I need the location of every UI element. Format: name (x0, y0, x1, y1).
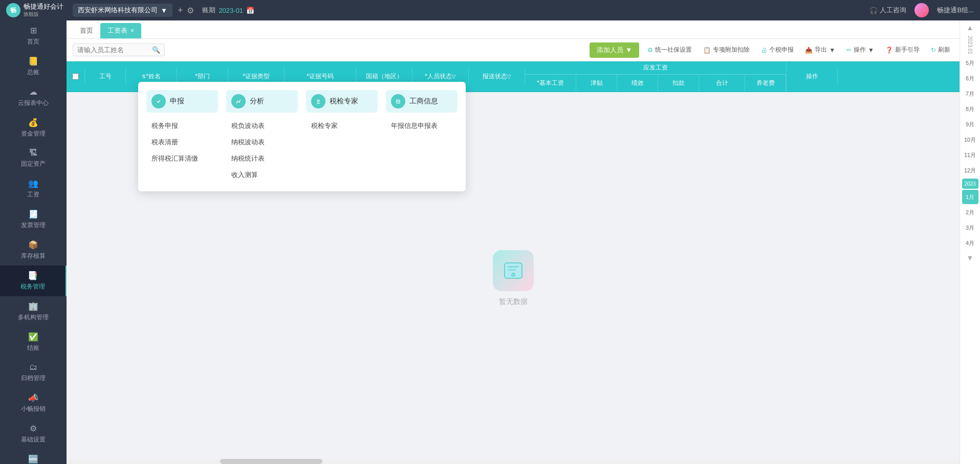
year-marker-2023[interactable]: 2023 (962, 179, 978, 189)
th-total: 合计 (699, 75, 745, 92)
sidebar-item-fixed-assets[interactable]: 🏗 固定资产 (0, 143, 67, 173)
sidebar-item-multi-org[interactable]: 🏢 多机构管理 (0, 296, 67, 327)
add-company-btn[interactable]: + (178, 5, 183, 16)
item-tax-filing[interactable]: 税务申报 (146, 118, 218, 134)
section-analysis-header: 分析 (226, 90, 298, 113)
period-area: 账期 2023-01 📅 (202, 6, 254, 15)
sidebar-label-fixed-assets: 固定资产 (21, 160, 46, 168)
sidebar-label-archive: 归档管理 (21, 374, 46, 383)
sidebar-item-basic-settings[interactable]: ⚙ 基础设置 (0, 418, 67, 449)
month-btn-5[interactable]: 5月 (962, 56, 978, 70)
guide-icon: ❓ (885, 47, 893, 54)
gear-icon[interactable]: ⚙ (187, 6, 194, 15)
sidebar-item-xiaochang[interactable]: 📣 小畅报销 (0, 388, 67, 418)
month-btn-6[interactable]: 6月 (962, 71, 978, 85)
item-tax-change[interactable]: 纳税波动表 (226, 134, 298, 150)
th-employee-no: 工号 (85, 68, 126, 85)
sidebar-label-invoice: 发票管理 (21, 221, 46, 230)
sort-icon: ⇅ (142, 74, 146, 79)
nav-down-arrow[interactable]: ▼ (963, 251, 977, 265)
item-tax-stats[interactable]: 纳税统计表 (226, 150, 298, 167)
dropdown-menu: 申报 税务申报 税表清册 所得税汇算清缴 分析 税负波动表 纳税波动表 (138, 82, 466, 191)
social-insurance-btn[interactable]: ♻ 统一社保设置 (644, 43, 695, 56)
content-wrapper: 首页 工资表 × 🔍 添加人员 ▼ ♻ 统一社保设置 📋 (67, 20, 960, 464)
month-btn-11[interactable]: 11月 (962, 148, 978, 162)
add-person-button[interactable]: 添加人员 ▼ (590, 42, 639, 58)
special-deduction-icon: 📋 (703, 47, 711, 54)
guide-btn[interactable]: ❓ 新手引导 (882, 43, 923, 56)
filter-icon-report[interactable]: ▽ (507, 74, 511, 79)
archive-icon: 🗂 (29, 363, 37, 372)
period-year-label: 2023.01 (967, 35, 973, 55)
month-btn-8[interactable]: 8月 (962, 102, 978, 116)
export-label: 导出 (815, 46, 827, 54)
sidebar-item-fund[interactable]: 💰 资金管理 (0, 113, 67, 143)
month-btn-1[interactable]: 1月 (962, 190, 978, 204)
item-annual-report[interactable]: 年报信息申报表 (386, 118, 458, 134)
sidebar-item-cloud-report[interactable]: ☁ 云报表中心 (0, 82, 67, 113)
sidebar-item-ledger[interactable]: 📒 总账 (0, 51, 67, 82)
special-deduction-btn[interactable]: 📋 专项附加扣除 (700, 43, 753, 56)
item-tax-form[interactable]: 税表清册 (146, 134, 218, 150)
sidebar-label-tax: 税务管理 (20, 282, 45, 291)
operate-btn[interactable]: ✏ 操作 ▼ (843, 43, 877, 56)
month-btn-4[interactable]: 4月 (962, 236, 978, 250)
search-box: 🔍 (73, 43, 165, 56)
section-business-header: 工商信息 (386, 90, 458, 113)
tab-payroll[interactable]: 工资表 × (100, 23, 141, 38)
th-wage-group: 应发工资 *基本工资 津贴 绩效 扣 (525, 61, 787, 92)
user-avatar[interactable] (914, 3, 929, 17)
multi-org-icon: 🏢 (28, 301, 38, 311)
invoice-icon: 🧾 (28, 209, 38, 219)
sidebar-label-xiaochang: 小畅报销 (21, 405, 46, 413)
sidebar-item-tax[interactable]: 📑 税务管理 (0, 266, 67, 296)
export-icon: 📤 (805, 47, 813, 54)
service-btn[interactable]: 🎧 人工咨询 (869, 6, 906, 15)
plus-icon[interactable]: + (178, 5, 183, 15)
sidebar-item-settlement[interactable]: ✅ 结账 (0, 327, 67, 358)
month-btn-2[interactable]: 2月 (962, 205, 978, 219)
sidebar-item-inventory[interactable]: 📦 库存核算 (0, 235, 67, 266)
sidebar-item-invoice[interactable]: 🧾 发票管理 (0, 204, 67, 235)
settings-btn[interactable]: ⚙ (187, 6, 194, 15)
calendar-icon[interactable]: 📅 (246, 7, 254, 14)
fund-icon: 💰 (28, 118, 38, 127)
app-name: 畅捷通好会计 (24, 3, 63, 11)
filter-icon-status[interactable]: ▽ (452, 74, 456, 79)
month-btn-3[interactable]: 3月 (962, 220, 978, 235)
business-section-icon (391, 94, 405, 108)
item-tax-burden[interactable]: 税负波动表 (226, 118, 298, 134)
item-income-tax[interactable]: 所得税汇算清缴 (146, 150, 218, 167)
search-input[interactable] (77, 46, 149, 54)
sidebar-label-cloud: 云报表中心 (18, 99, 49, 107)
tab-close-icon[interactable]: × (130, 27, 134, 34)
month-btn-7[interactable]: 7月 (962, 86, 978, 101)
sidebar-item-archive[interactable]: 🗂 归档管理 (0, 358, 67, 388)
section-analysis: 分析 税负波动表 纳税波动表 纳税统计表 收入测算 (226, 90, 298, 183)
month-btn-12[interactable]: 12月 (962, 163, 978, 178)
service-label: 人工咨询 (880, 6, 906, 15)
company-selector[interactable]: 西安虾米网络科技有限公司 ▼ (73, 4, 172, 17)
home-icon: ⊞ (30, 26, 37, 35)
sidebar-item-home[interactable]: ⊞ 首页 (0, 20, 67, 51)
payroll-icon: 👥 (28, 179, 38, 188)
nav-up-arrow[interactable]: ▲ (963, 20, 977, 35)
item-tax-expert[interactable]: 税检专家 (306, 118, 378, 134)
sidebar-item-new-guide[interactable]: 🆕 新手引导 (0, 449, 67, 464)
refresh-btn[interactable]: ↻ 刷新 (928, 43, 953, 56)
refresh-icon: ↻ (931, 47, 936, 54)
select-all-checkbox[interactable] (72, 73, 79, 80)
logo-text-block: 畅捷通好会计 旗舰版 (24, 3, 63, 18)
refresh-label: 刷新 (938, 46, 950, 54)
scrollbar-thumb[interactable] (220, 459, 322, 464)
month-btn-10[interactable]: 10月 (962, 132, 978, 147)
export-btn[interactable]: 📤 导出 ▼ (802, 43, 838, 56)
item-income-estimate[interactable]: 收入测算 (226, 167, 298, 183)
tax-filing-btn[interactable]: 🖨 个税申报 (758, 43, 797, 56)
period-value[interactable]: 2023-01 (219, 7, 243, 14)
tab-home[interactable]: 首页 (73, 23, 100, 38)
sidebar-item-payroll[interactable]: 👥 工资 (0, 173, 67, 204)
th-checkbox[interactable] (67, 69, 85, 84)
month-btn-9[interactable]: 9月 (962, 117, 978, 131)
horizontal-scrollbar[interactable] (67, 459, 960, 464)
